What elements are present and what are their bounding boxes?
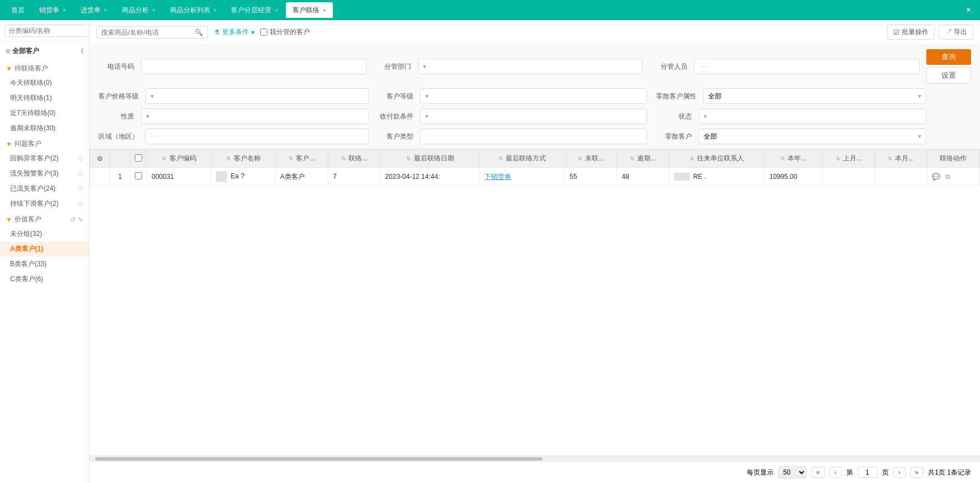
sidebar-item-lost[interactable]: 已流失客户(24) ⓘ <box>0 181 89 196</box>
filter-payment-select[interactable]: ▾ <box>420 108 648 124</box>
sidebar-search-input[interactable] <box>4 25 89 37</box>
col-this-month[interactable]: ⇅ 本月... <box>875 150 927 168</box>
filter-customer-type-label: 客户类型 <box>378 132 417 141</box>
filter-bar: 🔍 ⚗ 更多条件 ▾ 我分管的客户 ☑ 批量操作 ↗ 导出 <box>89 20 980 45</box>
close-sales-icon[interactable]: × <box>63 7 66 13</box>
export-icon: ↗ <box>945 28 952 36</box>
refresh-icon[interactable]: ↺ <box>70 216 76 224</box>
filter-more-btn[interactable]: ⚗ 更多条件 ▾ <box>214 27 255 37</box>
setting-button[interactable]: 设置 <box>926 67 971 84</box>
per-page-label: 每页显示 <box>747 468 774 477</box>
col-contact-person[interactable]: ⇅ 往来单位联系人 <box>669 150 765 168</box>
filter-phone-input[interactable] <box>141 59 366 74</box>
col-name[interactable]: ⇅ 客户名称 <box>211 150 275 168</box>
filter-price-level-select[interactable]: ▾ <box>145 88 369 104</box>
close-goods-analysis-icon[interactable]: × <box>152 7 156 13</box>
col-last-method[interactable]: ⇅ 最后联络方式 <box>480 150 565 168</box>
sidebar-item-declining[interactable]: 持续下滑客户(2) ⓘ <box>0 196 89 211</box>
sidebar-item-declining-label: 持续下滑客户(2) <box>10 199 59 209</box>
batch-ops-button[interactable]: ☑ 批量操作 <box>887 25 935 40</box>
filter-status-select[interactable]: ▾ <box>699 108 926 124</box>
col-settings[interactable]: ⚙ <box>90 150 110 168</box>
tab-goods-list[interactable]: 商品分析列表 × <box>163 2 224 18</box>
col-overdue-sort-icon: ⇅ <box>630 155 634 162</box>
sidebar-problem-group: ▼ 问题客户 <box>0 136 89 151</box>
row-settings-cell <box>90 168 110 186</box>
filter-manager-dots: ··· <box>699 63 708 70</box>
sidebar-item-ungroup[interactable]: 未分组(32) <box>0 226 89 242</box>
col-contact-person-sort-icon: ⇅ <box>690 155 694 162</box>
filter-search-icon[interactable]: 🔍 <box>195 29 203 36</box>
info-lost-icon: ⓘ <box>78 185 83 193</box>
filter-more-arrow: ▾ <box>251 29 255 36</box>
filter-retail-attr-value: 全部 <box>708 92 722 101</box>
first-page-button[interactable]: « <box>811 467 825 478</box>
tab-home[interactable]: 首页 <box>4 2 31 18</box>
close-customer-contact-icon[interactable]: × <box>323 7 326 13</box>
export-button[interactable]: ↗ 导出 <box>939 25 973 40</box>
sidebar-item-7days[interactable]: 近7天待联络(0) <box>0 106 89 121</box>
next-page-button[interactable]: › <box>893 467 906 478</box>
filter-row-1: 电话号码 分管部门 ▾ 分管人员 ··· <box>98 49 971 84</box>
col-code[interactable]: ⇅ 客户编码 <box>147 150 211 168</box>
row-checkbox-cell <box>130 168 147 186</box>
col-year-amount[interactable]: ⇅ 本年... <box>765 150 823 168</box>
col-year-amount-sort-icon: ⇅ <box>780 155 785 162</box>
sidebar-item-abnormal[interactable]: 回购异常客户(2) ⓘ <box>0 151 89 166</box>
scrollbar-thumb[interactable] <box>95 457 543 461</box>
row-code-cell[interactable]: 000031 <box>147 168 211 186</box>
sidebar-item-c-class[interactable]: C类客户(6) <box>0 272 89 287</box>
filter-dept-select[interactable]: ▾ <box>418 59 643 74</box>
sidebar-item-lost-warning[interactable]: 流失预警客户(3) ⓘ <box>0 166 89 181</box>
per-page-select[interactable]: 50 100 200 <box>778 466 807 479</box>
last-page-button[interactable]: » <box>910 467 924 478</box>
row-last-method-cell[interactable]: 下销货单 <box>480 168 565 186</box>
close-purchase-icon[interactable]: × <box>104 7 107 13</box>
sidebar-collapse-icon[interactable]: 《 <box>78 48 83 55</box>
action-chat-icon[interactable]: 💬 <box>932 173 940 181</box>
horizontal-scrollbar[interactable] <box>89 456 980 461</box>
pagination: 每页显示 50 100 200 « ‹ 第 页 › » 共1页 1条记录 <box>89 461 980 483</box>
tab-sales[interactable]: 销货单 × <box>32 2 73 18</box>
edit-icon[interactable]: ✎ <box>78 216 83 224</box>
col-last-date[interactable]: ⇅ 最后联络日期 <box>380 150 480 168</box>
tab-customer-contact[interactable]: 客户联络 × <box>286 2 333 18</box>
close-goods-list-icon[interactable]: × <box>214 7 217 13</box>
col-level[interactable]: ⇅ 客户... <box>275 150 328 168</box>
filter-retail-attr-select[interactable]: 全部 ▾ <box>703 88 926 104</box>
row-checkbox[interactable] <box>135 172 142 179</box>
col-settings-icon[interactable]: ⚙ <box>97 155 103 163</box>
col-no-contact[interactable]: ⇅ 未联... <box>565 150 617 168</box>
filter-nature-select[interactable]: ▾ <box>141 108 369 124</box>
sidebar-item-a-class[interactable]: A类客户(1) <box>0 242 89 257</box>
tab-goods-analysis[interactable]: 商品分析 × <box>115 2 162 18</box>
row-contact-cell: 7 <box>328 168 380 186</box>
page-number-input[interactable] <box>858 467 878 478</box>
close-customer-tier-icon[interactable]: × <box>275 7 278 13</box>
my-customers-filter: 我分管的客户 <box>260 27 310 37</box>
filter-customer-type-input[interactable] <box>420 129 648 144</box>
sidebar-all-customers[interactable]: ⊞ 全部客户 《 <box>0 42 89 60</box>
sidebar-item-tomorrow[interactable]: 明天待联络(1) <box>0 91 89 106</box>
tab-purchase[interactable]: 进货单 × <box>74 2 114 18</box>
close-all-icon[interactable]: × <box>962 5 976 15</box>
filter-region-select[interactable]: ··· <box>145 129 369 144</box>
filter-manager-input[interactable]: ··· <box>694 59 920 74</box>
col-overdue[interactable]: ⇅ 逾期... <box>617 150 669 168</box>
col-contact[interactable]: ⇅ 联络... <box>328 150 380 168</box>
filter-search-input[interactable] <box>101 29 192 36</box>
filter-retail-select[interactable]: 全部 ▾ <box>699 129 926 144</box>
tab-customer-tier[interactable]: 客户分层经营 × <box>224 2 285 18</box>
my-customers-checkbox[interactable] <box>260 29 267 36</box>
filter-customer-level-select[interactable]: ▾ <box>420 88 648 104</box>
sidebar-item-today[interactable]: 今天待联络(0) <box>0 75 89 91</box>
prev-page-button[interactable]: ‹ <box>830 467 842 478</box>
row-name-cell[interactable]: Ea ? <box>211 168 275 186</box>
sidebar-item-b-class[interactable]: B类客户(33) <box>0 257 89 272</box>
filter-retail-label: 零散客户 <box>656 132 695 141</box>
sidebar-item-overdue[interactable]: 逾期未联络(30) <box>0 121 89 136</box>
select-all-checkbox[interactable] <box>135 154 142 162</box>
col-last-month[interactable]: ⇅ 上月... <box>823 150 875 168</box>
action-link-icon[interactable]: ⧉ <box>945 173 950 181</box>
query-button[interactable]: 查询 <box>926 49 971 65</box>
